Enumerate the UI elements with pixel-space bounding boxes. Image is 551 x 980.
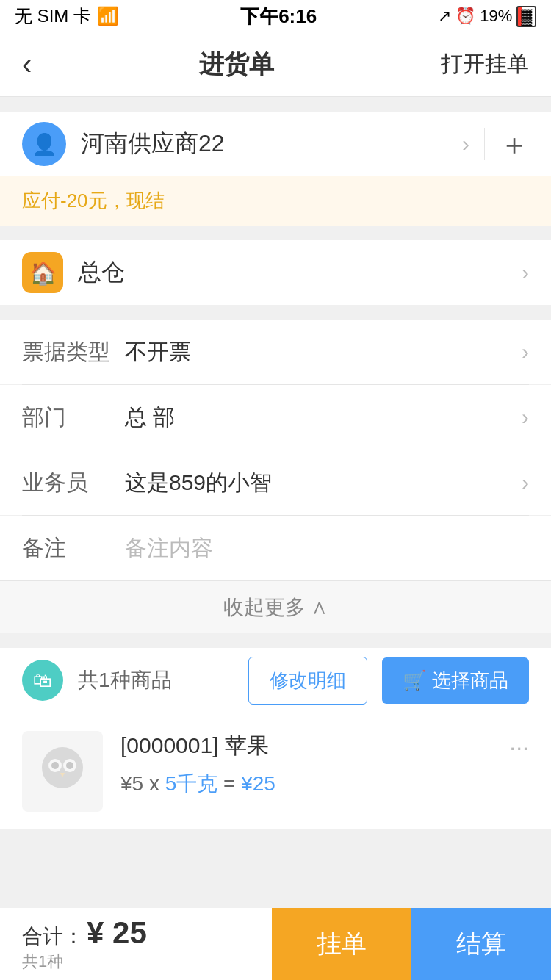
total-label: 合计： (22, 923, 84, 951)
supplier-left: 👤 河南供应商22 (22, 122, 225, 166)
battery-icon: ▓ (516, 6, 536, 27)
department-chevron-icon: › (522, 405, 529, 430)
product-more-button[interactable]: ··· (509, 731, 529, 761)
collapse-label: 收起更多 ∧ (223, 594, 328, 621)
open-pending-button[interactable]: 打开挂单 (441, 49, 529, 79)
wifi-icon: 📶 (97, 6, 119, 26)
invoice-label: 票据类型 (22, 337, 110, 367)
product-name: [0000001] 苹果 (120, 731, 491, 761)
vertical-divider (484, 128, 485, 160)
total-section: 合计： ¥ 25 共1种 (0, 908, 272, 980)
status-bar-time: 下午6:16 (240, 4, 317, 29)
products-count: 共1种商品 (78, 666, 234, 694)
more-dots-icon: ··· (509, 734, 529, 761)
suspend-button[interactable]: 挂单 (272, 908, 411, 980)
alert-text: 应付-20元，现结 (22, 190, 165, 212)
product-thumbnail (22, 731, 103, 812)
supplier-section: 👤 河南供应商22 › ＋ (0, 112, 551, 176)
warehouse-section[interactable]: 🏠 总仓 › (0, 240, 551, 305)
collapse-button[interactable]: 收起更多 ∧ (0, 580, 551, 633)
remark-label: 备注 (22, 533, 110, 563)
bottom-bar: 合计： ¥ 25 共1种 挂单 结算 (0, 908, 551, 980)
divider-2 (0, 226, 551, 240)
warehouse-chevron-icon: › (522, 260, 529, 285)
nav-bar: ‹ 进货单 打开挂单 (0, 32, 551, 97)
house-icon: 🏠 (29, 260, 57, 286)
price-base: ¥5 x (120, 772, 165, 795)
supplier-chevron-icon[interactable]: › (462, 131, 469, 156)
avatar-icon: 👤 (32, 132, 57, 156)
edit-detail-button[interactable]: 修改明细 (248, 657, 367, 705)
price-quantity: 5千克 (165, 772, 218, 795)
department-label: 部门 (22, 403, 110, 433)
price-total: ¥25 (241, 772, 276, 795)
warehouse-name: 总仓 (78, 256, 125, 289)
price-equals: = (223, 772, 241, 795)
supplier-avatar: 👤 (22, 122, 66, 166)
bottom-spacer (0, 829, 551, 918)
page-title: 进货单 (199, 48, 274, 82)
warehouse-icon: 🏠 (22, 252, 63, 293)
alarm-icon: ⏰ (455, 7, 475, 26)
settle-button[interactable]: 结算 (411, 908, 551, 980)
salesman-label: 业务员 (22, 468, 110, 498)
divider-7 (0, 633, 551, 648)
salesman-row[interactable]: 业务员 这是859的小智 › (0, 450, 551, 515)
svg-point-3 (51, 762, 59, 769)
supplier-name[interactable]: 河南供应商22 (81, 128, 225, 160)
salesman-value: 这是859的小智 (125, 468, 522, 498)
remark-row[interactable]: 备注 备注内容 (0, 516, 551, 580)
select-product-label: 选择商品 (432, 668, 508, 693)
status-bar-right: ↗ ⏰ 19% ▓ (438, 6, 536, 27)
bag-icon: 🛍 (33, 669, 52, 692)
add-supplier-button[interactable]: ＋ (500, 124, 529, 165)
product-info: [0000001] 苹果 ¥5 x 5千克 = ¥25 (120, 731, 491, 798)
total-sub: 共1种 (22, 951, 250, 973)
status-bar: 无 SIM 卡 📶 下午6:16 ↗ ⏰ 19% ▓ (0, 0, 551, 32)
invoice-chevron-icon: › (522, 339, 529, 364)
product-price: ¥5 x 5千克 = ¥25 (120, 770, 491, 798)
location-icon: ↗ (438, 7, 451, 26)
cart-icon: 🛒 (403, 669, 426, 692)
status-bar-left: 无 SIM 卡 📶 (15, 4, 119, 28)
carrier-text: 无 SIM 卡 (15, 4, 91, 28)
select-product-button[interactable]: 🛒 选择商品 (382, 657, 529, 704)
invoice-value: 不开票 (125, 337, 522, 367)
products-header: 🛍 共1种商品 修改明细 🛒 选择商品 (0, 648, 551, 713)
total-amount: ¥ 25 (87, 915, 147, 951)
warehouse-left: 🏠 总仓 (22, 252, 125, 293)
invoice-type-row[interactable]: 票据类型 不开票 › (0, 320, 551, 384)
department-value: 总 部 (125, 403, 522, 433)
divider-1 (0, 97, 551, 112)
products-icon: 🛍 (22, 660, 63, 701)
back-button[interactable]: ‹ (22, 48, 32, 81)
divider-3 (0, 305, 551, 320)
product-item: [0000001] 苹果 ¥5 x 5千克 = ¥25 ··· (0, 713, 551, 829)
department-row[interactable]: 部门 总 部 › (0, 385, 551, 450)
svg-point-4 (66, 762, 73, 769)
salesman-chevron-icon: › (522, 470, 529, 495)
product-code: [0000001] 苹果 (120, 733, 269, 757)
remark-value[interactable]: 备注内容 (125, 533, 529, 563)
battery-text: 19% (480, 7, 512, 26)
alert-banner: 应付-20元，现结 (0, 176, 551, 226)
product-placeholder-image (33, 742, 92, 801)
supplier-right: › ＋ (462, 124, 529, 165)
